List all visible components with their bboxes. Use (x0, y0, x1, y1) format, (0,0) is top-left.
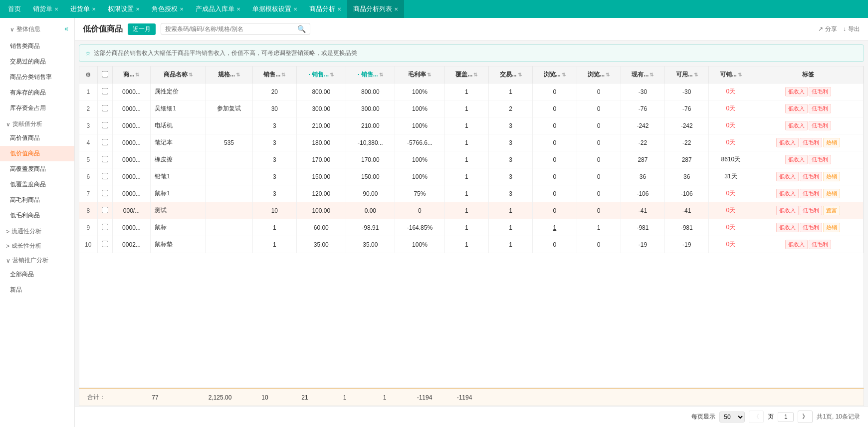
sidebar-group-marketing[interactable]: ∨ 营销推广分析 (0, 252, 74, 267)
nav-sales-order[interactable]: 销货单 ✕ (27, 0, 64, 18)
per-page-select[interactable]: 50 100 200 (719, 412, 745, 423)
cell-sales-amount: 170.00 (297, 151, 346, 168)
sort-icon: ⇅ (189, 72, 193, 77)
cell-current: 36 (621, 168, 664, 185)
cell-sellable: 8610天 (709, 151, 753, 168)
next-page-button[interactable]: 》 (798, 411, 813, 423)
select-all-checkbox[interactable] (102, 71, 108, 77)
col-current[interactable]: 现有...⇅ (621, 66, 664, 83)
first-page-button[interactable]: 《 (749, 411, 764, 423)
col-sellable[interactable]: 可销...⇅ (709, 66, 753, 83)
sidebar-item-stocked-products[interactable]: 有库存的商品 (0, 85, 74, 100)
col-trade[interactable]: 交易...⇅ (489, 66, 533, 83)
cell-num: 1 (79, 83, 97, 100)
row-checkbox[interactable] (102, 190, 108, 196)
col-code[interactable]: 商...⇅ (112, 66, 151, 83)
sidebar-item-low-coverage[interactable]: 低覆盖度商品 (0, 177, 74, 192)
col-spec[interactable]: 规格...⇅ (206, 66, 252, 83)
cell-code: 0002... (112, 236, 151, 253)
nav-product-analysis-list[interactable]: 商品分析列表 ✕ (347, 0, 404, 18)
cell-sellable: 0天 (709, 117, 753, 134)
cell-browse1: 0 (533, 134, 577, 151)
row-checkbox[interactable] (102, 105, 108, 111)
sidebar-item-high-margin[interactable]: 高毛利商品 (0, 192, 74, 208)
cell-tags: 低收入低毛利热销 (753, 219, 863, 236)
col-margin[interactable]: 毛利率⇅ (395, 66, 445, 83)
close-icon[interactable]: ✕ (136, 6, 140, 12)
row-checkbox[interactable] (102, 122, 108, 128)
cell-num: 3 (79, 117, 97, 134)
sidebar-item-sales-products[interactable]: 销售类商品 (0, 38, 74, 54)
row-checkbox[interactable] (102, 224, 108, 230)
col-available[interactable]: 可用...⇅ (665, 66, 709, 83)
sidebar-item-high-coverage[interactable]: 高覆盖度商品 (0, 161, 74, 177)
tag-label: 低收入 (776, 206, 799, 215)
col-sales-price[interactable]: · 销售...⇅ (346, 66, 395, 83)
row-checkbox[interactable] (102, 139, 108, 145)
cell-margin: 100% (395, 168, 445, 185)
page-number-input[interactable] (778, 412, 794, 422)
row-checkbox[interactable] (102, 241, 108, 247)
row-checkbox[interactable] (102, 207, 108, 213)
cell-current: -76 (621, 100, 664, 117)
share-button[interactable]: ↗ 分享 (818, 25, 837, 33)
row-checkbox[interactable] (102, 88, 108, 94)
sidebar-item-traded-products[interactable]: 交易过的商品 (0, 54, 74, 69)
close-icon[interactable]: ✕ (54, 6, 58, 12)
row-checkbox[interactable] (102, 156, 108, 162)
nav-purchase-order[interactable]: 进货单 ✕ (64, 0, 102, 18)
sidebar-item-new-products[interactable]: 新品 (0, 282, 74, 298)
close-icon[interactable]: ✕ (337, 6, 341, 12)
sidebar-group-growth[interactable]: > 成长性分析 (0, 238, 74, 252)
close-icon[interactable]: ✕ (92, 6, 96, 12)
sidebar-item-all-products[interactable]: 全部商品 (0, 267, 74, 282)
cell-available: 287 (665, 151, 709, 168)
nav-template[interactable]: 单据模板设置 ✕ (246, 0, 303, 18)
sidebar-group-circulation[interactable]: > 流通性分析 (0, 223, 74, 238)
close-icon[interactable]: ✕ (293, 6, 297, 12)
cell-browse1[interactable]: 1 (533, 219, 577, 236)
cell-browse2: 0 (577, 117, 621, 134)
col-browse2[interactable]: 浏览...⇅ (577, 66, 621, 83)
col-name[interactable]: 商品名称⇅ (151, 66, 206, 83)
cell-margin: 100% (395, 236, 445, 253)
close-icon[interactable]: ✕ (180, 6, 184, 12)
sidebar-item-category-sales-rate[interactable]: 商品分类销售率 (0, 69, 74, 85)
sidebar-group-contribution[interactable]: ∨ 贡献值分析 (0, 116, 74, 130)
close-icon[interactable]: ✕ (394, 6, 398, 12)
nav-home[interactable]: 首页 (2, 0, 27, 18)
col-coverage[interactable]: 覆盖...⇅ (444, 66, 488, 83)
sidebar-item-inventory-capital[interactable]: 库存资金占用 (0, 100, 74, 116)
sidebar-collapse-button[interactable]: « (62, 22, 70, 34)
export-button[interactable]: ↓ 导出 (843, 25, 860, 33)
sidebar-item-high-value[interactable]: 高价值商品 (0, 130, 74, 146)
nav-product-analysis[interactable]: 商品分析 ✕ (303, 0, 347, 18)
search-icon[interactable]: 🔍 (297, 25, 306, 33)
cell-sales-qty: 3 (252, 134, 296, 151)
nav-permission[interactable]: 权限设置 ✕ (102, 0, 146, 18)
gear-icon[interactable]: ⚙ (85, 71, 91, 78)
row-checkbox[interactable] (102, 173, 108, 179)
cell-trade: 1 (489, 202, 533, 219)
period-button[interactable]: 近一月 (128, 23, 156, 35)
col-sales-qty[interactable]: 销售...⇅ (252, 66, 296, 83)
sidebar-item-low-value[interactable]: 低价值商品 (0, 146, 74, 161)
search-input[interactable] (165, 25, 297, 32)
sidebar-item-low-margin[interactable]: 低毛利商品 (0, 208, 74, 223)
cell-checkbox (97, 117, 112, 134)
tag-label: 低毛利 (800, 223, 822, 232)
nav-product-inbound[interactable]: 产成品入库单 ✕ (190, 0, 246, 18)
cell-checkbox (97, 100, 112, 117)
cell-code: 0000... (112, 168, 151, 185)
nav-role-auth[interactable]: 角色授权 ✕ (146, 0, 190, 18)
col-settings[interactable]: ⚙ (79, 66, 97, 83)
table-row: 1 0000... 属性定价 20 800.00 800.00 100% 1 1… (79, 83, 864, 100)
sidebar-group-overall[interactable]: ∨ 整体信息 (4, 21, 46, 35)
col-browse1[interactable]: 浏览...⇅ (533, 66, 577, 83)
cell-available: -981 (665, 219, 709, 236)
cell-current: -30 (621, 83, 664, 100)
col-sales-amount[interactable]: · 销售...⇅ (297, 66, 346, 83)
close-icon[interactable]: ✕ (236, 6, 240, 12)
cell-coverage: 1 (444, 117, 488, 134)
table-row: 8 000/... 测试 10 100.00 0.00 0 1 1 0 0 -4… (79, 202, 864, 219)
